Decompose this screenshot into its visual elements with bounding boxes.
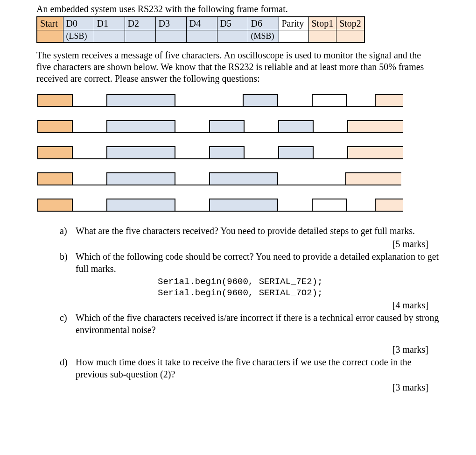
question-a-text: What are the five characters received? Y… <box>76 226 415 236</box>
waveform-row <box>37 94 472 110</box>
intro-line: An embedded system uses RS232 with the f… <box>36 4 472 14</box>
waveform-row <box>37 172 472 188</box>
waveform-bit <box>38 199 72 212</box>
question-c-text: Which of the five characters received is… <box>76 313 439 335</box>
frame-cell-d1: D1 <box>94 17 125 30</box>
waveform-bit <box>278 185 312 185</box>
waveform-bit <box>73 106 106 107</box>
waveform-bit <box>279 120 313 133</box>
waveforms <box>37 94 472 214</box>
waveform-bit <box>245 158 278 159</box>
question-a-marks: [5 marks] <box>60 239 442 249</box>
waveform-bit <box>210 172 244 185</box>
frame-cell-d3: D3 <box>155 17 186 30</box>
context-paragraph: The system receives a message of five ch… <box>36 50 426 85</box>
frame-cell-d4: D4 <box>186 17 217 30</box>
question-d-marks: [3 marks] <box>60 382 442 393</box>
waveform-bit <box>175 211 209 212</box>
waveform-bit <box>38 120 72 133</box>
waveform-bit <box>245 132 278 133</box>
waveform-bit <box>141 94 175 107</box>
waveform-bit <box>141 199 175 212</box>
waveform-row <box>37 146 472 162</box>
waveform-bit <box>38 146 72 159</box>
waveform-bit <box>347 106 375 107</box>
waveform-row <box>37 199 472 214</box>
frame-cell-d0: D0 <box>63 17 94 30</box>
waveform-bit <box>348 146 376 159</box>
waveform-bit <box>376 120 403 133</box>
question-d-label: d) <box>60 356 68 368</box>
waveform-bit <box>210 120 244 133</box>
waveform-bit <box>107 172 141 185</box>
waveform-bit <box>141 120 175 133</box>
waveform-bit <box>278 211 312 212</box>
waveform-bit <box>279 146 313 159</box>
question-d-text: How much time does it take to receive th… <box>76 357 412 379</box>
waveform-bit <box>141 146 175 159</box>
waveform-bit <box>175 158 209 159</box>
question-d: d) How much time does it take to receive… <box>60 356 442 380</box>
waveform-bit <box>374 172 401 185</box>
waveform-bit <box>314 158 347 159</box>
waveform-bit <box>346 172 374 185</box>
frame-cell-stop2: Stop2 <box>336 17 364 30</box>
waveform-bit <box>175 132 209 133</box>
waveform-bit <box>175 185 209 185</box>
waveform-bit <box>175 106 209 107</box>
question-c-marks: [3 marks] <box>60 344 442 355</box>
waveform-bit <box>73 211 106 212</box>
waveform-bit <box>244 94 277 107</box>
question-a: a) What are the five characters received… <box>60 225 442 237</box>
frame-cell-d6: D6 <box>248 17 279 30</box>
question-b: b) Which of the following code should be… <box>60 250 442 275</box>
waveform-bit <box>210 146 244 159</box>
waveform-bit <box>313 199 346 212</box>
waveform-bit <box>107 199 141 212</box>
waveform-bit <box>278 106 312 107</box>
frame-format-table: Start D0 D1 D2 D3 D4 D5 D6 Parity Stop1 … <box>36 16 365 43</box>
question-c: c) Which of the five characters received… <box>60 312 442 336</box>
waveform-bit <box>376 94 403 107</box>
waveform-bit <box>313 94 346 107</box>
frame-cell-start: Start <box>37 17 63 30</box>
waveform-bit <box>73 158 106 159</box>
question-c-label: c) <box>60 312 67 324</box>
code-line-2: Serial.begin(9600, SERIAL_7O2); <box>158 288 442 299</box>
question-a-label: a) <box>60 225 67 237</box>
waveform-bit <box>141 172 175 185</box>
frame-cell-parity: Parity <box>279 17 308 30</box>
waveform-bit <box>314 132 347 133</box>
waveform-bit <box>376 146 403 159</box>
waveform-bit <box>312 185 345 185</box>
waveform-row <box>37 120 472 136</box>
question-b-text: Which of the following code should be co… <box>76 251 439 274</box>
waveform-bit <box>107 120 141 133</box>
waveform-bit <box>347 211 375 212</box>
question-list: a) What are the five characters received… <box>60 225 442 393</box>
waveform-bit <box>107 146 141 159</box>
waveform-bit <box>244 199 277 212</box>
question-b-marks: [4 marks] <box>60 300 442 311</box>
question-b-label: b) <box>60 250 68 263</box>
waveform-bit <box>73 185 106 185</box>
waveform-bit <box>244 172 277 185</box>
waveform-bit <box>376 199 403 212</box>
frame-cell-stop1: Stop1 <box>308 17 336 30</box>
waveform-bit <box>210 199 244 212</box>
code-line-1: Serial.begin(9600, SERIAL_7E2); <box>158 277 442 288</box>
waveform-bit <box>38 94 72 107</box>
waveform-bit <box>73 132 106 133</box>
waveform-bit <box>348 120 376 133</box>
frame-cell-d2: D2 <box>125 17 155 30</box>
waveform-bit <box>38 172 72 185</box>
frame-cell-d5: D5 <box>217 17 248 30</box>
waveform-bit <box>209 106 243 107</box>
waveform-bit <box>107 94 141 107</box>
